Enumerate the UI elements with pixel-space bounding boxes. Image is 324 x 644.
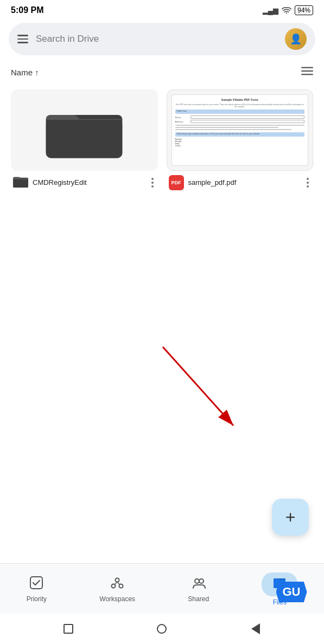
svg-point-10 [116, 578, 119, 582]
folder-thumbnail [11, 89, 158, 171]
file-card-pdf[interactable]: Sample Fillable PDF Form This PDF form h… [167, 89, 314, 190]
folder-file-info: CMDRegistryEdit [11, 175, 158, 190]
pdf-more-options[interactable] [304, 176, 311, 190]
status-icons: ▂▄▆ 94% [263, 5, 313, 15]
list-view-icon[interactable] [301, 66, 313, 79]
avatar[interactable]: 👤 [285, 28, 307, 50]
fab-add-button[interactable]: + [272, 499, 309, 536]
shared-icon [192, 576, 206, 593]
pdf-icon-small: PDF [169, 175, 184, 190]
pdf-preview: Sample Fillable PDF Form This PDF form h… [171, 94, 309, 166]
nav-label-workspaces: Workspaces [99, 595, 135, 603]
status-bar: 5:09 PM ▂▄▆ 94% [0, 0, 324, 18]
nav-item-workspaces[interactable]: Workspaces [92, 572, 143, 606]
system-home-button[interactable] [156, 623, 168, 635]
status-time: 5:09 PM [11, 5, 43, 15]
pdf-file-info: PDF sample_pdf.pdf [167, 175, 314, 190]
svg-point-0 [286, 12, 287, 13]
sort-label[interactable]: Name ↑ [11, 68, 39, 77]
folder-icon-small [13, 175, 28, 190]
priority-icon [29, 576, 43, 593]
system-square-button[interactable] [62, 623, 74, 635]
watermark-text: GU [283, 585, 301, 599]
system-nav-bar [0, 614, 324, 644]
wifi-icon [282, 6, 291, 15]
nav-label-priority: Priority [27, 595, 47, 603]
nav-label-shared: Shared [188, 595, 209, 603]
file-card-folder[interactable]: CMDRegistryEdit [11, 89, 158, 190]
signal-icon: ▂▄▆ [263, 7, 278, 15]
folder-name: CMDRegistryEdit [33, 178, 147, 188]
svg-point-16 [199, 579, 204, 583]
files-grid: CMDRegistryEdit Sample Fillable PDF Form… [0, 85, 324, 201]
svg-line-14 [117, 582, 120, 585]
search-input-placeholder[interactable]: Search in Drive [36, 34, 277, 44]
svg-line-13 [115, 582, 117, 585]
watermark: GU [259, 570, 324, 614]
search-bar-container: Search in Drive 👤 [0, 18, 324, 62]
search-bar[interactable]: Search in Drive 👤 [9, 23, 315, 55]
system-back-button[interactable] [250, 623, 262, 635]
svg-point-15 [195, 579, 199, 583]
battery-icon: 94% [295, 5, 313, 15]
pdf-name: sample_pdf.pdf [188, 178, 303, 188]
svg-line-8 [163, 347, 233, 426]
fab-plus-icon: + [285, 508, 296, 526]
hamburger-menu-icon[interactable] [17, 35, 28, 43]
svg-rect-9 [30, 577, 42, 589]
folder-icon [43, 98, 125, 163]
sort-row: Name ↑ [0, 62, 324, 85]
svg-rect-5 [46, 119, 123, 158]
pdf-thumbnail: Sample Fillable PDF Form This PDF form h… [167, 89, 314, 171]
nav-item-priority[interactable]: Priority [19, 572, 54, 606]
workspaces-icon [110, 576, 124, 593]
nav-item-shared[interactable]: Shared [180, 572, 217, 606]
folder-more-options[interactable] [149, 176, 156, 190]
red-arrow-annotation [152, 336, 261, 445]
